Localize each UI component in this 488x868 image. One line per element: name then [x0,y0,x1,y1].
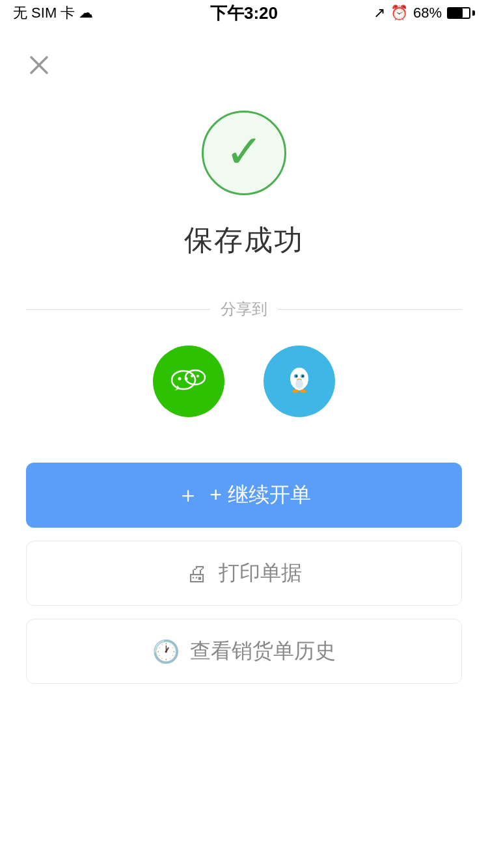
continue-order-button[interactable]: ＋ + 继续开单 [26,463,462,528]
checkmark-icon: ✓ [225,129,264,174]
alarm-icon: ⏰ [390,5,408,21]
svg-point-4 [178,377,181,380]
svg-point-5 [184,377,187,380]
plus-icon: ＋ [177,480,199,510]
history-label: 查看销货单历史 [190,637,336,666]
status-bar: 无 SIM 卡 ☁ 下午3:20 ↗ ⏰ 68% [0,0,488,26]
page: ✓ 保存成功 分享到 [0,26,488,684]
close-button[interactable] [20,46,59,85]
success-area: ✓ 保存成功 [0,111,488,260]
svg-point-16 [300,389,306,392]
battery-percent: 68% [413,5,442,21]
close-icon [27,53,51,77]
qq-icon [278,360,321,403]
action-buttons: ＋ + 继续开单 🖨 打印单据 🕐 查看销货单历史 [0,463,488,684]
share-label: 分享到 [221,299,267,319]
qq-share-button[interactable] [264,346,335,417]
printer-icon: 🖨 [186,561,208,586]
print-label: 打印单据 [219,559,302,588]
divider-line-left [26,309,210,310]
svg-point-13 [302,375,304,377]
status-left: 无 SIM 卡 ☁ [13,3,93,23]
divider-line-right [278,309,462,310]
print-button[interactable]: 🖨 打印单据 [26,541,462,606]
history-icon: 🕐 [152,638,180,664]
svg-point-2 [172,371,195,389]
continue-order-label: + 继续开单 [210,481,311,509]
share-divider: 分享到 [26,299,462,319]
svg-point-15 [292,389,299,392]
location-icon: ↗ [373,5,385,21]
svg-point-12 [295,375,297,377]
history-button[interactable]: 🕐 查看销货单历史 [26,619,462,684]
share-section: 分享到 [0,299,488,417]
check-circle: ✓ [202,111,286,195]
battery-icon [447,7,475,19]
svg-point-17 [295,379,303,388]
status-time: 下午3:20 [210,2,278,25]
wechat-share-button[interactable] [153,346,224,417]
wechat-icon [168,360,210,403]
success-title: 保存成功 [184,221,304,260]
share-icons [26,346,462,417]
sim-status: 无 SIM 卡 ☁ [13,3,93,23]
svg-point-6 [191,375,193,377]
svg-point-7 [197,375,199,377]
status-right: ↗ ⏰ 68% [373,5,475,21]
